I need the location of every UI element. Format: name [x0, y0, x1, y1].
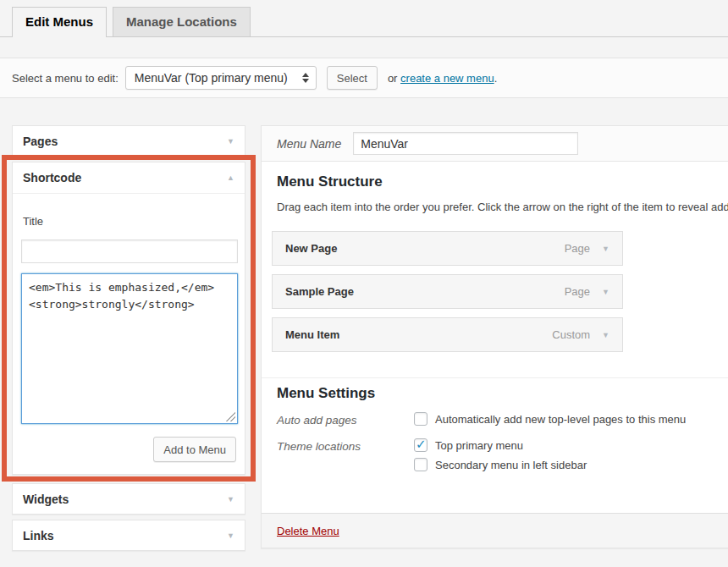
- tab-manage-locations[interactable]: Manage Locations: [113, 7, 251, 36]
- menu-item-type: Page: [565, 285, 590, 298]
- menu-editor-panel: Menu Name Menu Structure Drag each item …: [261, 125, 728, 548]
- menu-item-type: Page: [565, 242, 590, 255]
- menu-structure-heading: Menu Structure: [277, 173, 383, 190]
- select-menu-label: Select a menu to edit:: [12, 72, 119, 85]
- accordion-pages-label: Pages: [23, 135, 58, 148]
- menu-select-value: MenuVar (Top primary menu): [135, 71, 288, 85]
- theme-location-secondary-row: Secondary menu in left sidebar: [414, 458, 587, 471]
- menu-item-custom[interactable]: Menu Item Custom ▼: [272, 317, 623, 352]
- chevron-down-icon[interactable]: ▼: [602, 331, 609, 339]
- menu-name-label: Menu Name: [277, 137, 341, 151]
- accordion-widgets-label: Widgets: [23, 493, 69, 506]
- theme-locations-row: Theme locations: [277, 440, 414, 453]
- shortcode-title-label: Title: [23, 215, 43, 228]
- tab-edit-menus[interactable]: Edit Menus: [12, 7, 107, 37]
- chevron-down-icon[interactable]: ▼: [227, 495, 234, 504]
- create-new-menu-link[interactable]: create a new menu: [400, 72, 494, 85]
- accordion-widgets: Widgets ▼: [12, 483, 245, 515]
- or-text: or: [388, 72, 398, 85]
- accordion-pages-header[interactable]: Pages ▼: [13, 126, 245, 157]
- chevron-down-icon[interactable]: ▼: [227, 137, 234, 146]
- theme-locations-label: Theme locations: [277, 440, 414, 453]
- settings-divider: [262, 377, 728, 378]
- tab-edit-menus-label: Edit Menus: [25, 14, 93, 29]
- menu-item-label: New Page: [285, 242, 337, 255]
- secondary-menu-label[interactable]: Secondary menu in left sidebar: [435, 459, 587, 471]
- accordion-links-header[interactable]: Links ▼: [13, 520, 245, 551]
- auto-add-checkbox-label[interactable]: Automatically add new top-level pages to…: [435, 413, 686, 426]
- secondary-menu-checkbox[interactable]: [414, 458, 427, 471]
- auto-add-checkbox-row: Automatically add new top-level pages to…: [414, 412, 686, 426]
- chevron-down-icon[interactable]: ▼: [602, 288, 609, 296]
- accordion-shortcode-label: Shortcode: [23, 171, 81, 184]
- menu-structure-description: Drag each item into the order you prefer…: [277, 201, 728, 213]
- auto-add-pages-row: Auto add pages: [277, 414, 414, 427]
- shortcode-title-input[interactable]: [21, 239, 238, 263]
- auto-add-pages-label: Auto add pages: [277, 414, 414, 427]
- menu-item-sample-page[interactable]: Sample Page Page ▼: [272, 274, 623, 309]
- chevron-down-icon[interactable]: ▼: [602, 245, 609, 253]
- tab-divider: [0, 36, 728, 37]
- shortcode-panel-body: Title <em>This is emphasized,</em> <stro…: [13, 194, 245, 475]
- accordion-widgets-header[interactable]: Widgets ▼: [13, 484, 245, 515]
- chevron-up-icon[interactable]: ▲: [227, 173, 234, 182]
- theme-location-primary-row: Top primary menu: [414, 438, 523, 452]
- tab-manage-locations-label: Manage Locations: [126, 14, 237, 29]
- chevron-down-icon[interactable]: ▼: [227, 531, 234, 540]
- add-to-menu-button[interactable]: Add to Menu: [153, 437, 236, 462]
- menu-name-input[interactable]: [353, 132, 578, 155]
- top-primary-menu-checkbox[interactable]: [414, 438, 427, 452]
- menu-item-type: Custom: [552, 328, 590, 341]
- menu-select-bar: Select a menu to edit: MenuVar (Top prim…: [0, 58, 728, 98]
- accordion-shortcode-header[interactable]: Shortcode ▲: [13, 162, 245, 194]
- auto-add-checkbox[interactable]: [414, 412, 427, 426]
- menu-item-label: Sample Page: [285, 285, 354, 298]
- edit-menus-page: Edit Menus Manage Locations Select a men…: [0, 0, 728, 567]
- menu-name-row: Menu Name: [262, 126, 728, 162]
- shortcode-content-textarea[interactable]: <em>This is emphasized,</em> <strong>str…: [21, 273, 238, 424]
- select-button[interactable]: Select: [327, 66, 378, 90]
- menu-item-label: Menu Item: [285, 328, 339, 341]
- top-primary-menu-label[interactable]: Top primary menu: [435, 439, 523, 452]
- accordion-pages: Pages ▼: [12, 125, 245, 157]
- editor-panel-footer: Delete Menu: [262, 513, 728, 548]
- accordion-shortcode: Shortcode ▲ Title <em>This is emphasized…: [12, 162, 245, 475]
- menu-select-dropdown[interactable]: MenuVar (Top primary menu): [125, 66, 317, 90]
- menu-item-new-page[interactable]: New Page Page ▼: [272, 231, 623, 266]
- period-text: .: [494, 72, 498, 85]
- or-create-text: or create a new menu.: [388, 72, 497, 85]
- accordion-links: Links ▼: [12, 520, 245, 551]
- delete-menu-link[interactable]: Delete Menu: [277, 525, 339, 537]
- dropdown-stepper-icon: [302, 73, 309, 83]
- accordion-links-label: Links: [23, 529, 54, 542]
- menu-settings-heading: Menu Settings: [277, 385, 375, 402]
